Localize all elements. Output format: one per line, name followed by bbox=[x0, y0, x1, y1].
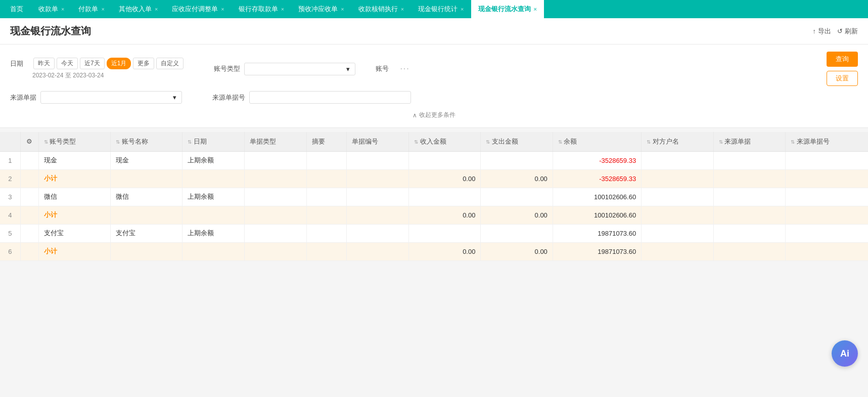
cell-accountName bbox=[110, 169, 182, 188]
date-shortcut-btn[interactable]: 更多 bbox=[133, 58, 154, 69]
cell-accountName bbox=[110, 242, 182, 260]
cell-expense: 0.00 bbox=[481, 206, 553, 224]
filter-area: 日期 昨天今天近7天近1月更多自定义 2023-02-24 至 2023-03-… bbox=[0, 45, 868, 128]
date-shortcut-btn[interactable]: 近1月 bbox=[107, 58, 131, 69]
cell-balance: 100102606.60 bbox=[553, 206, 641, 224]
collapse-bar[interactable]: ∧ 收起更多条件 bbox=[10, 109, 858, 122]
account-type-select[interactable] bbox=[244, 63, 355, 75]
export-button[interactable]: ↑ 导出 bbox=[813, 27, 832, 36]
source-doc-no-label: 来源单据号 bbox=[212, 93, 245, 102]
cell-counterparty bbox=[642, 242, 713, 260]
cell-date: 上期余额 bbox=[182, 188, 245, 206]
source-doc-no-filter: 来源单据号 bbox=[212, 91, 411, 104]
cell-settings bbox=[20, 188, 38, 206]
nav-tab[interactable]: 现金银行统计× bbox=[411, 0, 471, 18]
table-row: 1现金现金上期余额-3528659.33 bbox=[0, 151, 868, 169]
header-actions: ↑ 导出 ↺ 刷新 bbox=[813, 27, 858, 36]
col-header-sourceDoc[interactable]: ⇅ 来源单据 bbox=[713, 132, 785, 151]
source-doc-select[interactable] bbox=[40, 91, 182, 104]
cell-income bbox=[409, 151, 481, 169]
cell-docType bbox=[245, 242, 307, 260]
col-header-expense[interactable]: ⇅ 支出金额 bbox=[481, 132, 553, 151]
nav-tab[interactable]: 预收冲应收单× bbox=[291, 0, 351, 18]
cell-expense: 0.00 bbox=[481, 242, 553, 260]
cell-counterparty bbox=[642, 169, 713, 188]
cell-docNo bbox=[347, 206, 409, 224]
col-header-date[interactable]: ⇅ 日期 bbox=[182, 132, 245, 151]
cell-expense bbox=[481, 224, 553, 242]
cell-accountType: 支付宝 bbox=[38, 224, 110, 242]
source-doc-chevron bbox=[173, 94, 176, 101]
settings-button[interactable]: 设置 bbox=[827, 71, 858, 86]
cell-income: 0.00 bbox=[409, 242, 481, 260]
table-row: 6小计0.000.0019871073.60 bbox=[0, 242, 868, 260]
cell-docType bbox=[245, 169, 307, 188]
col-header-docType: 单据类型 bbox=[245, 132, 307, 151]
nav-tab[interactable]: 其他收入单× bbox=[112, 0, 165, 18]
nav-tabs: 收款单×付款单×其他收入单×应收应付调整单×银行存取款单×预收冲应收单×收款核销… bbox=[31, 0, 544, 18]
cell-counterparty bbox=[642, 188, 713, 206]
action-buttons: 查询 设置 bbox=[827, 52, 858, 86]
source-doc-filter: 来源单据 bbox=[10, 91, 182, 104]
cell-accountName: 支付宝 bbox=[110, 224, 182, 242]
query-button[interactable]: 查询 bbox=[827, 52, 858, 67]
tab-close-icon[interactable]: × bbox=[61, 6, 64, 12]
cell-sourceDoc bbox=[713, 151, 785, 169]
tab-close-icon[interactable]: × bbox=[401, 6, 404, 12]
col-header-income[interactable]: ⇅ 收入金额 bbox=[409, 132, 481, 151]
account-dots[interactable]: ··· bbox=[400, 64, 409, 73]
nav-home[interactable]: 首页 bbox=[2, 0, 31, 18]
date-shortcut-btn[interactable]: 今天 bbox=[57, 58, 78, 69]
page-title: 现金银行流水查询 bbox=[10, 24, 91, 38]
cell-counterparty bbox=[642, 224, 713, 242]
date-shortcut-btn[interactable]: 近7天 bbox=[80, 58, 105, 69]
nav-tab[interactable]: 付款单× bbox=[71, 0, 111, 18]
tab-close-icon[interactable]: × bbox=[341, 6, 344, 12]
cell-sourceDocNo bbox=[786, 151, 869, 169]
tab-close-icon[interactable]: × bbox=[281, 6, 284, 12]
account-filter: 账号 ··· bbox=[376, 64, 409, 73]
cell-settings bbox=[20, 224, 38, 242]
cell-date bbox=[182, 169, 245, 188]
col-index bbox=[0, 132, 20, 151]
nav-tab[interactable]: 收款单× bbox=[31, 0, 71, 18]
tab-close-icon[interactable]: × bbox=[221, 6, 224, 12]
cell-sourceDoc bbox=[713, 242, 785, 260]
table-row: 4小计0.000.00100102606.60 bbox=[0, 206, 868, 224]
col-header-accountType[interactable]: ⇅ 账号类型 bbox=[38, 132, 110, 151]
date-shortcut-btn[interactable]: 昨天 bbox=[33, 58, 55, 69]
col-header-sourceDocNo[interactable]: ⇅ 来源单据号 bbox=[786, 132, 869, 151]
cell-settings bbox=[20, 151, 38, 169]
cell-docNo bbox=[347, 242, 409, 260]
cell-summary bbox=[307, 224, 347, 242]
tab-close-icon[interactable]: × bbox=[534, 6, 537, 12]
cell-sourceDocNo bbox=[786, 188, 869, 206]
cell-accountName: 微信 bbox=[110, 188, 182, 206]
tab-close-icon[interactable]: × bbox=[461, 6, 464, 12]
nav-tab[interactable]: 现金银行流水查询× bbox=[471, 0, 544, 18]
col-header-settings: ⚙ bbox=[20, 132, 38, 151]
cell-sourceDocNo bbox=[786, 206, 869, 224]
nav-tab[interactable]: 收款核销执行× bbox=[351, 0, 411, 18]
col-header-accountName[interactable]: ⇅ 账号名称 bbox=[110, 132, 182, 151]
cell-summary bbox=[307, 242, 347, 260]
cell-sourceDoc bbox=[713, 169, 785, 188]
cell-date bbox=[182, 242, 245, 260]
cell-accountName: 现金 bbox=[110, 151, 182, 169]
table-row: 5支付宝支付宝上期余额19871073.60 bbox=[0, 224, 868, 242]
refresh-icon: ↺ bbox=[837, 27, 843, 35]
date-shortcut-btn[interactable]: 自定义 bbox=[156, 58, 184, 69]
tab-close-icon[interactable]: × bbox=[155, 6, 158, 12]
col-header-counterparty[interactable]: ⇅ 对方户名 bbox=[642, 132, 713, 151]
nav-tab[interactable]: 应收应付调整单× bbox=[165, 0, 231, 18]
cell-accountName bbox=[110, 206, 182, 224]
cell-counterparty bbox=[642, 206, 713, 224]
nav-tab[interactable]: 银行存取款单× bbox=[232, 0, 291, 18]
cell-counterparty bbox=[642, 151, 713, 169]
tab-close-icon[interactable]: × bbox=[101, 6, 104, 12]
source-doc-no-input[interactable] bbox=[255, 94, 405, 101]
date-shortcut-group: 昨天今天近7天近1月更多自定义 bbox=[33, 58, 184, 69]
col-header-balance[interactable]: ⇅ 余额 bbox=[553, 132, 641, 151]
refresh-button[interactable]: ↺ 刷新 bbox=[837, 27, 858, 36]
table-area: ⚙⇅ 账号类型⇅ 账号名称⇅ 日期单据类型摘要单据编号⇅ 收入金额⇅ 支出金额⇅… bbox=[0, 132, 868, 261]
